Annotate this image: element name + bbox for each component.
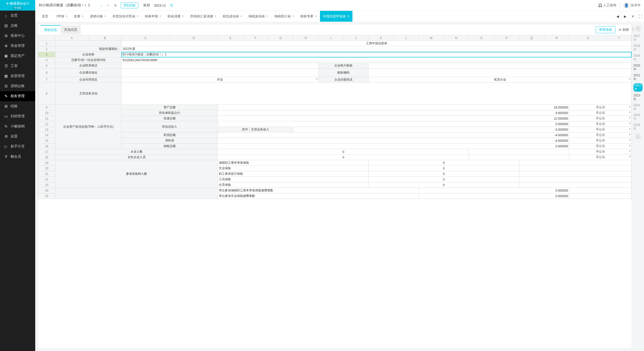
row-header[interactable]: 24 [38, 188, 55, 193]
row-header[interactable]: 22 [38, 177, 55, 182]
col-header[interactable]: K [369, 35, 394, 41]
close-icon[interactable]: ✕ [159, 15, 162, 18]
row-header[interactable]: 21 [38, 171, 55, 177]
cell[interactable] [369, 63, 632, 68]
cell[interactable]: 0.000000 [419, 193, 569, 199]
cell[interactable]: 0 [218, 149, 469, 155]
year-option[interactable]: 2020年 [633, 64, 642, 72]
cell[interactable] [569, 193, 632, 199]
sidebar-item-2[interactable]: ⧉报表中心 [0, 31, 35, 41]
sidebar-item-7[interactable]: ⊟进销台账 [0, 81, 35, 91]
sidebar-item-9[interactable]: ⊞结账 [0, 101, 35, 111]
year-option[interactable]: 2023年 [633, 94, 642, 101]
cell[interactable] [569, 188, 632, 193]
col-header[interactable]: M [419, 35, 444, 41]
col-header[interactable]: Q [519, 35, 544, 41]
gear-icon[interactable]: ⚙ [113, 3, 118, 8]
close-icon[interactable]: ✕ [240, 15, 243, 18]
row-header[interactable]: 6 [38, 68, 55, 77]
cell[interactable] [519, 160, 631, 166]
cell[interactable]: 9.992000 [218, 110, 569, 116]
close-icon[interactable]: ✕ [292, 15, 294, 18]
sidebar-item-12[interactable]: ⚙设置 [0, 131, 35, 142]
tab-9[interactable]: 纳税波动表✕ [246, 11, 271, 22]
row-header[interactable]: 23 [38, 182, 55, 188]
row-header[interactable]: 3 [38, 52, 55, 57]
tab-4[interactable]: 存货别名对照表✕ [109, 11, 142, 22]
cell[interactable]: 不公示 [569, 121, 632, 127]
year-up-icon[interactable]: ⌃ [635, 26, 641, 32]
row-header[interactable]: 1 [38, 41, 55, 46]
cell[interactable]: 0 [369, 171, 519, 177]
row-header[interactable]: 20 [38, 166, 55, 171]
tab-12[interactable]: 年报信息申报表✕ [320, 11, 352, 22]
sidebar-item-14[interactable]: ∀畅会员 [0, 152, 35, 162]
col-header[interactable]: H [293, 35, 318, 41]
cell[interactable]: 12.050000 [218, 116, 569, 121]
col-header[interactable]: S [569, 35, 607, 41]
sidebar-item-1[interactable]: ▤总账 [0, 21, 35, 31]
col-header[interactable]: R [544, 35, 569, 41]
sidebar-item-4[interactable]: ▣固定资产 [0, 51, 35, 61]
row-header[interactable]: 17 [38, 149, 55, 155]
row-header[interactable]: 19 [38, 160, 55, 166]
row-header[interactable]: 2 [38, 46, 55, 52]
tab-6[interactable]: 税表清册✕ [165, 11, 187, 22]
tab-0[interactable]: 首页 [39, 11, 51, 22]
col-header[interactable]: O [469, 35, 494, 41]
row-header[interactable]: 16 [38, 144, 55, 149]
horizontal-scrollbar[interactable] [38, 344, 632, 348]
cell[interactable]: 0.000000 [419, 188, 569, 193]
col-header[interactable]: J [343, 35, 369, 41]
spreadsheet[interactable]: ABCDEFGHIJKLMNOPQRST 1工商年报信息表2税款所属期间：202… [38, 35, 632, 344]
close-icon[interactable]: ✕ [82, 15, 84, 18]
row-header[interactable]: 5 [38, 63, 55, 68]
tab-2[interactable]: 发票✕ [71, 11, 87, 22]
cell[interactable]: -4.000000 [218, 132, 569, 138]
cell[interactable]: 不公示 [569, 144, 632, 149]
col-header[interactable]: E [218, 35, 243, 41]
year-option[interactable]: 2024年 [633, 103, 642, 111]
cell[interactable]: 0 [369, 177, 519, 182]
cell[interactable]: 不公示 [569, 110, 632, 116]
col-header[interactable]: C [122, 35, 170, 41]
row-header[interactable]: 25 [38, 193, 55, 199]
cell[interactable] [519, 171, 631, 177]
row-header[interactable]: 18 [38, 155, 55, 160]
period-value[interactable]: 2023-11 [154, 4, 166, 7]
tab-5[interactable]: 税务申报✕ [142, 11, 165, 22]
close-icon[interactable]: ✕ [266, 15, 268, 18]
col-header[interactable]: B [88, 35, 122, 41]
close-icon[interactable]: ✕ [214, 15, 217, 18]
tab-1[interactable]: 《申报✕ [51, 11, 71, 22]
col-header[interactable]: T [607, 35, 632, 41]
calendar-icon[interactable]: 🗓 [170, 4, 173, 7]
row-header[interactable]: 9 [38, 105, 55, 110]
tab-7[interactable]: 所得税汇算清缴✕ [187, 11, 220, 22]
tab-10[interactable]: 纳税统计表✕ [271, 11, 297, 22]
cell[interactable]: 不公示 [569, 155, 632, 160]
tab-3[interactable]: 进销台账✕ [87, 11, 109, 22]
tabs-next-icon[interactable]: ▶ [621, 11, 629, 22]
cell[interactable] [122, 68, 318, 77]
row-header[interactable]: 15 [38, 138, 55, 144]
close-icon[interactable]: ✕ [137, 15, 139, 18]
cell[interactable] [519, 166, 631, 171]
reset-report-button[interactable]: 重置报表 [596, 26, 615, 33]
cell[interactable]: 0 [369, 182, 519, 188]
tab-other-info[interactable]: 其他信息 [61, 25, 81, 34]
sidebar-item-6[interactable]: ▦发票管理 [0, 71, 35, 81]
sidebar-item-3[interactable]: ⊕资金管理 [0, 41, 35, 51]
tab-11[interactable]: 税检专家✕ [297, 11, 320, 22]
company-value[interactable]: 刘小艳演示账套（勿删勿动！）1 [122, 52, 632, 57]
period-value[interactable]: 2022年度 [122, 46, 632, 52]
consult-link[interactable]: 🎧人工咨询 [598, 3, 616, 8]
year-option[interactable]: 2017年 [633, 34, 642, 42]
row-header[interactable]: 12 [38, 121, 55, 127]
cell[interactable]: 不公示 [569, 132, 632, 138]
cell[interactable]: 0 [369, 160, 519, 166]
year-option[interactable]: 2021年 [633, 74, 642, 81]
sidebar-item-11[interactable]: ↻小畅报销 [0, 121, 35, 131]
cell[interactable] [55, 41, 121, 46]
tabs-fullscreen-icon[interactable]: ⛶ [636, 11, 644, 22]
